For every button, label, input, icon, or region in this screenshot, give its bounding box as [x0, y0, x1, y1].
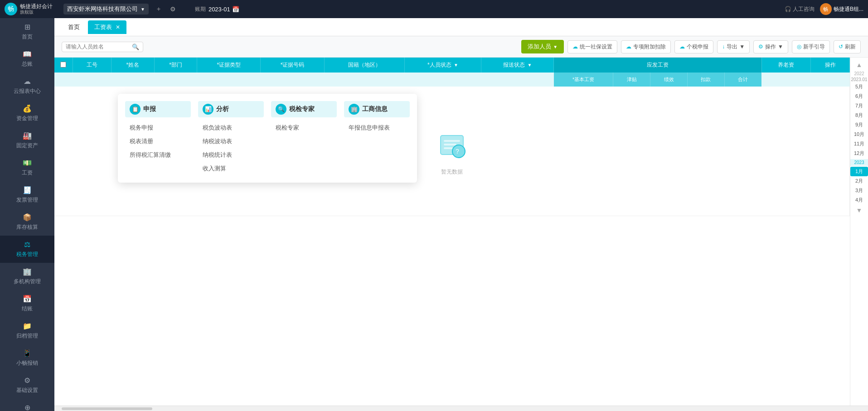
timeline-month-3[interactable]: 3月: [850, 186, 868, 195]
declaration-icon: 📋: [130, 104, 141, 115]
checkbox-th[interactable]: [54, 58, 73, 73]
special-deduction-icon: ☁: [626, 44, 631, 50]
svg-rect-2: [444, 144, 456, 145]
sidebar-item-tax[interactable]: ⚖ 税务管理: [0, 236, 54, 263]
timeline-month-2[interactable]: 2月: [850, 176, 868, 186]
timeline-month-4[interactable]: 4月: [850, 195, 868, 205]
tax-return-label: 个税申报: [687, 43, 708, 51]
menu-item-tax-table[interactable]: 税表清册: [125, 135, 191, 148]
period-area: 账期 2023-01 📅: [188, 5, 239, 13]
timeline-month-6[interactable]: 6月: [850, 92, 868, 101]
tab-home[interactable]: 首页: [62, 20, 86, 34]
social-security-button[interactable]: ☁ 统一社保设置: [567, 40, 617, 53]
sidebar-item-fund[interactable]: 💰 资金管理: [0, 100, 54, 127]
invoice-icon: 🧾: [23, 186, 32, 194]
th-name: *姓名: [112, 58, 155, 73]
declaration-title: 申报: [143, 105, 156, 113]
th-nationality: 国籍（地区）: [324, 58, 404, 73]
tab-salary[interactable]: 工资表 ✕: [88, 20, 126, 34]
menu-item-tax-declaration[interactable]: 税务申报: [125, 121, 191, 135]
export-button[interactable]: ↓ 导出 ▼: [717, 40, 750, 53]
sidebar-item-invoice[interactable]: 🧾 发票管理: [0, 181, 54, 208]
sidebar-item-new-guide[interactable]: ⊕ 新手引导: [0, 399, 54, 411]
guide-button[interactable]: ◎ 新手引导: [792, 40, 830, 53]
operation-button[interactable]: ⚙ 操作 ▼: [753, 40, 788, 53]
sidebar-label-ledger: 总账: [22, 60, 33, 68]
menu-item-income-tax[interactable]: 所得税汇算清缴: [125, 148, 191, 162]
menu-item-tax-burden[interactable]: 税负波动表: [198, 121, 264, 135]
sidebar-item-basic[interactable]: ⚙ 基础设置: [0, 372, 54, 399]
tax-return-icon: ☁: [679, 44, 685, 50]
sidebar-item-salary[interactable]: 💵 工资: [0, 154, 54, 181]
select-all-checkbox[interactable]: [60, 62, 66, 68]
add-company-icon[interactable]: ＋: [153, 4, 164, 15]
add-employee-button[interactable]: 添加人员 ▼: [521, 40, 564, 53]
tabs-bar: 首页 工资表 ✕: [54, 18, 868, 36]
timeline-month-10[interactable]: 10月: [850, 130, 868, 139]
sidebar-item-close-period[interactable]: 📅 结账: [0, 290, 54, 317]
status-filter-icon[interactable]: ▼: [454, 63, 458, 68]
logo-area: 畅 畅捷通好会计 旗舰版: [5, 3, 59, 15]
special-deduction-label: 专项附加扣除: [633, 43, 666, 51]
menu-item-tax-fluctuation[interactable]: 纳税波动表: [198, 135, 264, 148]
new-guide-icon: ⊕: [24, 403, 30, 411]
calendar-icon[interactable]: 📅: [232, 6, 239, 13]
menu-section-title-tax-expert: 🔍 税检专家: [271, 101, 337, 117]
horizontal-scrollbar[interactable]: [62, 407, 152, 410]
menu-item-annual-report[interactable]: 年报信息申报表: [344, 121, 410, 135]
guide-label: 新手引导: [803, 43, 825, 51]
menu-section-title-business: 🏢 工商信息: [344, 101, 410, 117]
period-value: 2023-01: [209, 6, 230, 13]
sidebar-item-multi-org[interactable]: 🏢 多机构管理: [0, 263, 54, 290]
report-filter-icon[interactable]: ▼: [527, 63, 532, 68]
tax-expert-title: 税检专家: [289, 105, 315, 113]
th-report-status: 报送状态 ▼: [481, 58, 554, 73]
sidebar-label-salary: 工资: [22, 169, 33, 177]
sidebar-item-xiao-report[interactable]: 📱 小畅报销: [0, 344, 54, 372]
sidebar-item-ledger[interactable]: 📖 总账: [0, 45, 54, 73]
home-icon: ⊞: [24, 23, 30, 31]
sidebar-label-xiao: 小畅报销: [16, 359, 38, 367]
refresh-button[interactable]: ↺ 刷新: [834, 40, 861, 53]
guide-icon: ◎: [797, 44, 801, 50]
search-input[interactable]: [66, 44, 132, 50]
menu-item-income-estimate[interactable]: 收入测算: [198, 162, 264, 175]
timeline-month-12[interactable]: 12月: [850, 149, 868, 158]
sidebar-item-archive[interactable]: 📁 归档管理: [0, 317, 54, 344]
timeline-month-1[interactable]: 1月: [850, 167, 868, 176]
fixed-asset-icon: 🏭: [23, 131, 32, 140]
timeline-month-7[interactable]: 7月: [850, 101, 868, 111]
menu-item-tax-statistics[interactable]: 纳税统计表: [198, 148, 264, 162]
search-icon: 🔍: [132, 44, 139, 50]
timeline-month-9[interactable]: 9月: [850, 120, 868, 130]
sidebar-item-cloud-report[interactable]: ☁ 云报表中心: [0, 73, 54, 100]
menu-item-tax-expert[interactable]: 税检专家: [271, 121, 337, 135]
sidebar-label-fund: 资金管理: [16, 115, 38, 122]
company-selector[interactable]: 西安虾米网络科技有限公司 ▼: [63, 4, 149, 15]
support-button[interactable]: 🎧 人工咨询: [785, 5, 815, 13]
empty-text: 暂无数据: [441, 168, 463, 176]
ledger-icon: 📖: [23, 50, 32, 58]
inventory-icon: 📦: [23, 213, 32, 222]
tab-close-icon[interactable]: ✕: [116, 24, 120, 30]
timeline-month-5[interactable]: 5月: [850, 82, 868, 92]
timeline-down-arrow[interactable]: ▼: [854, 205, 864, 216]
scrollbar-area: [54, 406, 868, 411]
timeline-month-8[interactable]: 8月: [850, 111, 868, 120]
special-deduction-button[interactable]: ☁ 专项附加扣除: [621, 40, 671, 53]
timeline-up-arrow[interactable]: ▲: [854, 59, 864, 70]
sidebar-item-fixed-asset[interactable]: 🏭 固定资产: [0, 127, 54, 154]
settings-icon[interactable]: ⚙: [168, 4, 179, 15]
empty-state-icon: ?: [434, 126, 470, 163]
timeline-month-11[interactable]: 11月: [850, 139, 868, 149]
add-employee-label: 添加人员: [528, 43, 551, 51]
toolbar: 🔍 添加人员 ▼ ☁ 统一社保设置 ☁ 专项附加扣除 ☁ 个税申报 ↓ 导出: [54, 36, 868, 58]
social-security-icon: ☁: [572, 44, 578, 50]
user-badge[interactable]: 畅 畅捷通B组...: [820, 3, 863, 15]
tax-return-button[interactable]: ☁ 个税申报: [674, 40, 713, 53]
sidebar-item-inventory[interactable]: 📦 库存核算: [0, 208, 54, 236]
sidebar-label-basic: 基础设置: [16, 387, 38, 394]
th-performance: 绩效: [650, 73, 688, 87]
sidebar-item-home[interactable]: ⊞ 首页: [0, 18, 54, 45]
sidebar-label-fixed-asset: 固定资产: [16, 142, 38, 150]
